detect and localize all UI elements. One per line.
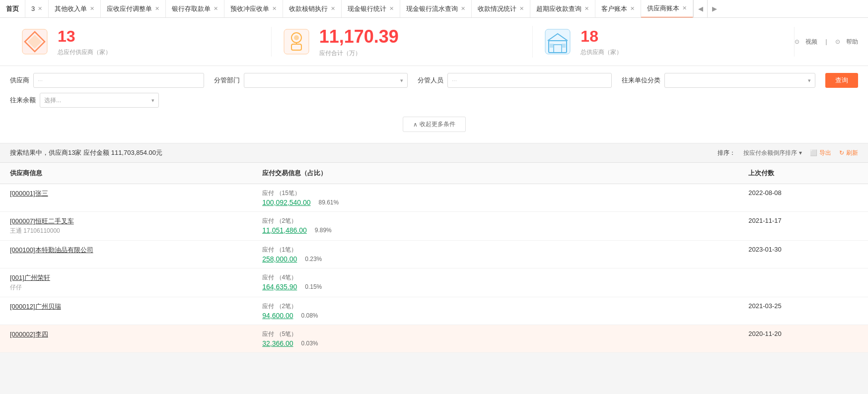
nav-tab-supplier-ledger[interactable]: 供应商账本 ✕ (641, 0, 693, 18)
close-icon[interactable]: ✕ (331, 5, 335, 12)
last-payment-cell: 2021-03-25 (738, 297, 868, 325)
nav-tab-bank-deposit[interactable]: 银行存取款单 ✕ (166, 0, 224, 18)
tx-label-row: 应付 （1笔） (262, 246, 728, 254)
nav-tab-overdue-label: 超期应收款查询 (536, 4, 581, 13)
supplier-link[interactable]: [000007]恒旺二手叉车 (10, 217, 74, 225)
supplier-link[interactable]: [000002]李四 (10, 330, 48, 338)
table-row: [000002]李四应付 （5笔）32,366.000.03%2020-11-2… (0, 325, 868, 353)
transaction-cell: 应付 （4笔）164,635.900.15% (252, 268, 738, 297)
tx-amount-link[interactable]: 258,000.00 (262, 255, 297, 263)
close-icon[interactable]: ✕ (38, 5, 42, 12)
tx-amount-row: 32,366.000.03% (262, 339, 728, 347)
transaction-cell: 应付 （2笔）11,051,486.009.89% (252, 212, 738, 241)
nav-tab-collection-stat[interactable]: 收款情况统计 ✕ (472, 0, 530, 18)
tx-percent: 0.08% (301, 312, 318, 319)
unit-category-select[interactable]: ▾ (664, 73, 816, 88)
person-input[interactable]: ··· (447, 73, 612, 88)
col-header-supplier: 供应商信息 (0, 163, 252, 184)
tx-type-label: 应付 （2笔） (262, 217, 297, 224)
help-icon: ⊙ (835, 38, 840, 45)
close-icon[interactable]: ✕ (90, 5, 94, 12)
collapse-button[interactable]: ∧ 收起更多条件 (403, 117, 466, 132)
nav-scroll-left[interactable]: ◀ (693, 0, 707, 18)
filter-dept: 分管部门 ▾ (214, 73, 408, 88)
summary-info-total-suppliers: 18 总供应商（家） (580, 27, 784, 56)
nav-tab-adjustment-label: 应收应付调整单 (107, 4, 152, 13)
close-icon[interactable]: ✕ (461, 5, 465, 12)
close-icon[interactable]: ✕ (155, 5, 159, 12)
close-icon[interactable]: ✕ (272, 5, 277, 12)
table-section: 供应商信息 应付交易信息（占比） 上次付数 [000001]张三应付 （15笔）… (0, 163, 868, 353)
tx-percent: 0.15% (305, 283, 322, 290)
tx-percent: 0.23% (305, 256, 322, 263)
supplier-link[interactable]: [000001]张三 (10, 190, 48, 197)
tx-amount-link[interactable]: 32,366.00 (262, 339, 293, 347)
close-icon[interactable]: ✕ (584, 5, 589, 12)
filter-supplier: 供应商 ··· (10, 73, 204, 88)
tx-amount-row: 11,051,486.009.89% (262, 226, 728, 234)
nav-tab-overdue[interactable]: 超期应收款查询 ✕ (530, 0, 595, 18)
tx-type-label: 应付 （2笔） (262, 303, 297, 310)
close-icon[interactable]: ✕ (214, 5, 218, 12)
chevron-down-icon: ▾ (151, 97, 154, 104)
nav-tab-adjustment[interactable]: 应收应付调整单 ✕ (101, 0, 166, 18)
export-button[interactable]: ⬜ 导出 (810, 149, 831, 157)
sort-select[interactable]: 按应付余额倒序排序 ▾ (743, 149, 802, 157)
close-icon[interactable]: ✕ (389, 5, 394, 12)
supplier-input[interactable]: ··· (33, 73, 204, 88)
tx-type-label: 应付 （15笔） (262, 190, 300, 197)
tx-amount-link[interactable]: 100,092,540.00 (262, 198, 310, 206)
person-placeholder: ··· (452, 77, 457, 84)
nav-tab-cash-bank-flow[interactable]: 现金银行流水查询 ✕ (400, 0, 472, 18)
tx-amount-row: 100,092,540.0089.61% (262, 198, 728, 206)
payable-total-label: 应付合计（万） (319, 49, 523, 58)
result-bar: 搜索结果中，供应商13家 应付金额 111,703,854.00元 排序： 按应… (0, 143, 868, 163)
search-button[interactable]: 查询 (825, 73, 858, 88)
tx-amount-link[interactable]: 11,051,486.00 (262, 226, 307, 234)
summary-info-total: 11,170.39 应付合计（万） (319, 26, 523, 58)
nav-tab-cash-bank-stat-label: 现金银行统计 (348, 4, 386, 13)
nav-tab-home[interactable]: 首页 (0, 0, 25, 18)
tx-amount-link[interactable]: 94,600.00 (262, 312, 293, 320)
nav-tab-3[interactable]: 3 ✕ (25, 0, 49, 18)
tx-amount-link[interactable]: 164,635.90 (262, 283, 297, 291)
close-icon[interactable]: ✕ (682, 5, 687, 11)
tx-label-row: 应付 （2笔） (262, 217, 728, 225)
svg-point-5 (294, 35, 299, 40)
refresh-button[interactable]: ↻ 刷新 (839, 149, 858, 157)
supplier-placeholder: ··· (38, 77, 43, 84)
nav-scroll-right[interactable]: ▶ (707, 0, 721, 18)
video-link[interactable]: 视频 (805, 38, 817, 46)
nav-tab-other-income-label: 其他收入单 (55, 4, 87, 13)
nav-tab-bank-deposit-label: 银行存取款单 (172, 4, 211, 13)
filter-row-2: 往来余额 选择... ▾ (10, 93, 858, 108)
close-icon[interactable]: ✕ (630, 5, 635, 12)
dept-select[interactable]: ▾ (244, 73, 408, 88)
nav-tab-supplier-ledger-label: 供应商账本 (647, 4, 679, 13)
payable-suppliers-label: 总应付供应商（家） (58, 48, 261, 57)
total-suppliers-label: 总供应商（家） (580, 48, 784, 57)
table-row: [000001]张三应付 （15笔）100,092,540.0089.61%20… (0, 184, 868, 212)
nav-tab-collection[interactable]: 收款核销执行 ✕ (283, 0, 342, 18)
close-icon[interactable]: ✕ (519, 5, 524, 12)
supplier-link[interactable]: [001]广州荣轩 (10, 274, 50, 281)
supplier-info-cell: [000012]广州贝瑞 (0, 297, 252, 325)
balance-select[interactable]: 选择... ▾ (40, 93, 159, 108)
result-info-text: 搜索结果中，供应商13家 应付金额 111,703,854.00元 (10, 148, 162, 157)
filter-section: 供应商 ··· 分管部门 ▾ 分管人员 ··· 往来单位分类 ▾ (0, 66, 868, 143)
supplier-link[interactable]: [000012]广州贝瑞 (10, 303, 61, 310)
nav-tab-other-income[interactable]: 其他收入单 ✕ (49, 0, 101, 18)
summary-card-payable-suppliers: 13 总应付供应商（家） (10, 27, 272, 57)
nav-tab-customer-ledger[interactable]: 客户账本 ✕ (595, 0, 641, 18)
nav-tab-prepay[interactable]: 预收冲应收单 ✕ (224, 0, 283, 18)
supplier-sub-info: 王通 17106110000 (10, 227, 242, 235)
payable-suppliers-count: 13 (58, 27, 261, 46)
chevron-down-icon: ▾ (400, 77, 403, 84)
dept-label: 分管部门 (214, 76, 240, 85)
nav-tab-cash-bank-stat[interactable]: 现金银行统计 ✕ (342, 0, 400, 18)
help-link[interactable]: 帮助 (846, 38, 858, 46)
sort-value: 按应付余额倒序排序 (743, 149, 797, 157)
supplier-link[interactable]: [000100]本特勤油品有限公司 (10, 246, 93, 254)
collapse-label: 收起更多条件 (420, 120, 455, 129)
tx-label-row: 应付 （15笔） (262, 189, 728, 197)
